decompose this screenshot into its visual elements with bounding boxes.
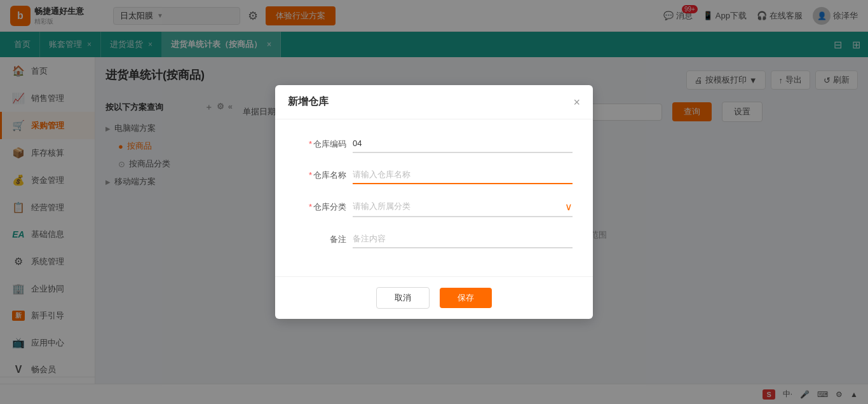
modal-body: 仓库编码 仓库名称 仓库分类 请输入所属分类 ∨ 备注	[275, 119, 593, 276]
modal-close-button[interactable]: ×	[573, 97, 580, 108]
cancel-button[interactable]: 取消	[376, 287, 430, 309]
modal-footer: 取消 保存	[275, 276, 593, 319]
code-label: 仓库编码	[295, 138, 353, 150]
modal-header: 新增仓库 ×	[275, 85, 593, 119]
category-placeholder: 请输入所属分类	[353, 197, 565, 216]
category-label: 仓库分类	[295, 201, 353, 213]
save-button[interactable]: 保存	[440, 288, 492, 308]
form-row-code: 仓库编码	[295, 135, 573, 153]
note-label: 备注	[295, 234, 353, 245]
category-select[interactable]: 请输入所属分类 ∨	[353, 197, 573, 217]
modal-title: 新增仓库	[288, 95, 329, 109]
modal-add-warehouse: 新增仓库 × 仓库编码 仓库名称 仓库分类 请输入所属分类 ∨	[275, 85, 593, 319]
note-input[interactable]	[353, 230, 573, 248]
name-label: 仓库名称	[295, 170, 353, 181]
name-input[interactable]	[353, 166, 573, 184]
form-row-category: 仓库分类 请输入所属分类 ∨	[295, 197, 573, 217]
code-input[interactable]	[353, 135, 573, 153]
form-row-note: 备注	[295, 230, 573, 248]
chevron-down-icon: ∨	[565, 201, 573, 213]
modal-overlay: 新增仓库 × 仓库编码 仓库名称 仓库分类 请输入所属分类 ∨	[0, 0, 868, 404]
form-row-name: 仓库名称	[295, 166, 573, 184]
